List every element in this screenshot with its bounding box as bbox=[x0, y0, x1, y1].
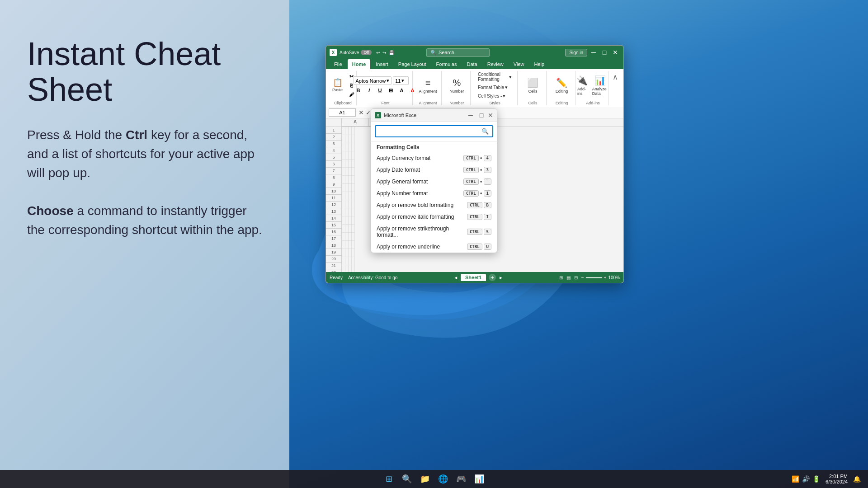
cell-B6[interactable] bbox=[345, 168, 349, 176]
row-number-16[interactable]: 16 bbox=[326, 229, 342, 235]
cell-D12[interactable] bbox=[352, 216, 355, 225]
next-sheet-button[interactable]: ► bbox=[499, 275, 503, 280]
cell-A11[interactable] bbox=[342, 208, 345, 216]
row-number-20[interactable]: 20 bbox=[326, 256, 342, 263]
shortcut-item-1[interactable]: Apply Date formatCTRL•3 bbox=[371, 164, 497, 176]
row-number-8[interactable]: 8 bbox=[326, 174, 342, 181]
taskbar-store-button[interactable]: 🎮 bbox=[454, 472, 468, 486]
cell-D11[interactable] bbox=[352, 208, 355, 216]
font-name-dropdown[interactable]: Aptos Narrow ▾ bbox=[354, 76, 392, 85]
row-number-1[interactable]: 1 bbox=[326, 127, 342, 134]
cell-D3[interactable] bbox=[352, 143, 355, 151]
cell-C7[interactable] bbox=[349, 176, 352, 184]
cells-button[interactable]: ⬜ Cells bbox=[525, 76, 541, 95]
cell-B10[interactable] bbox=[345, 200, 349, 208]
cell-C13[interactable] bbox=[349, 225, 352, 233]
cell-D14[interactable] bbox=[352, 233, 355, 241]
row-number-6[interactable]: 6 bbox=[326, 161, 342, 168]
view-layout-icon[interactable]: ▤ bbox=[566, 275, 571, 280]
cell-A2[interactable] bbox=[342, 135, 345, 143]
popup-search-input[interactable] bbox=[379, 128, 479, 135]
row-number-9[interactable]: 9 bbox=[326, 181, 342, 188]
tab-view[interactable]: View bbox=[509, 59, 529, 69]
network-icon[interactable]: 📶 bbox=[792, 475, 799, 483]
cell-B15[interactable] bbox=[345, 241, 349, 249]
cell-B1[interactable] bbox=[345, 127, 349, 135]
cell-D10[interactable] bbox=[352, 200, 355, 208]
popup-close-button[interactable]: ✕ bbox=[488, 111, 493, 120]
shortcut-item-2[interactable]: Apply General formatCTRL•` bbox=[371, 176, 497, 188]
cell-A18[interactable] bbox=[342, 265, 345, 272]
cell-D15[interactable] bbox=[352, 241, 355, 249]
close-button[interactable]: ✕ bbox=[611, 48, 620, 57]
row-number-22[interactable]: 22 bbox=[326, 269, 342, 272]
cell-B17[interactable] bbox=[345, 257, 349, 265]
tab-insert[interactable]: Insert bbox=[371, 59, 393, 69]
fill-color-button[interactable]: A bbox=[397, 86, 407, 94]
cell-D5[interactable] bbox=[352, 160, 355, 168]
cell-A4[interactable] bbox=[342, 151, 345, 160]
row-number-12[interactable]: 12 bbox=[326, 202, 342, 208]
editing-button[interactable]: ✏️ Editing bbox=[553, 76, 571, 95]
row-number-18[interactable]: 18 bbox=[326, 242, 342, 249]
cell-A8[interactable] bbox=[342, 184, 345, 192]
cell-C9[interactable] bbox=[349, 192, 352, 200]
cell-D6[interactable] bbox=[352, 168, 355, 176]
titlebar-search[interactable]: 🔍 Search bbox=[426, 48, 490, 57]
analyze-data-button[interactable]: 📊 Analyze Data bbox=[590, 74, 611, 97]
formula-cancel-icon[interactable]: ✕ bbox=[359, 109, 364, 116]
cell-C14[interactable] bbox=[349, 233, 352, 241]
row-number-17[interactable]: 17 bbox=[326, 235, 342, 242]
cell-C12[interactable] bbox=[349, 216, 352, 225]
zoom-slider[interactable]: ━━━━━━ bbox=[586, 275, 602, 280]
undo-icon[interactable]: ↩ bbox=[376, 50, 380, 55]
row-number-13[interactable]: 13 bbox=[326, 208, 342, 215]
shortcut-item-5[interactable]: Apply or remove italic formattingCTRLI bbox=[371, 211, 497, 223]
cell-D7[interactable] bbox=[352, 176, 355, 184]
cell-C6[interactable] bbox=[349, 168, 352, 176]
cell-D2[interactable] bbox=[352, 135, 355, 143]
cell-C16[interactable] bbox=[349, 249, 352, 257]
cell-C10[interactable] bbox=[349, 200, 352, 208]
shortcut-item-6[interactable]: Apply or remove strikethrough formatt...… bbox=[371, 223, 497, 241]
cell-A15[interactable] bbox=[342, 241, 345, 249]
cell-A12[interactable] bbox=[342, 216, 345, 225]
popup-maximize-button[interactable]: □ bbox=[477, 111, 486, 120]
cell-A16[interactable] bbox=[342, 249, 345, 257]
cell-A6[interactable] bbox=[342, 168, 345, 176]
shortcut-item-3[interactable]: Apply Number formatCTRL•1 bbox=[371, 188, 497, 199]
tab-help[interactable]: Help bbox=[529, 59, 549, 69]
row-number-14[interactable]: 14 bbox=[326, 215, 342, 222]
cell-B3[interactable] bbox=[345, 143, 349, 151]
alignment-button[interactable]: ≡ Alignment bbox=[416, 76, 439, 95]
paste-button[interactable]: 📋 Paste bbox=[330, 77, 345, 94]
cell-D13[interactable] bbox=[352, 225, 355, 233]
cell-C3[interactable] bbox=[349, 143, 352, 151]
view-page-break-icon[interactable]: ⊟ bbox=[574, 275, 578, 280]
cell-C5[interactable] bbox=[349, 160, 352, 168]
cell-A7[interactable] bbox=[342, 176, 345, 184]
row-number-10[interactable]: 10 bbox=[326, 188, 342, 195]
cell-reference-input[interactable] bbox=[329, 108, 356, 117]
border-button[interactable]: ⊞ bbox=[386, 86, 396, 94]
cell-A17[interactable] bbox=[342, 257, 345, 265]
save-icon[interactable]: 💾 bbox=[389, 50, 394, 55]
volume-icon[interactable]: 🔊 bbox=[802, 475, 810, 483]
number-button[interactable]: % Number bbox=[447, 76, 466, 95]
row-number-5[interactable]: 5 bbox=[326, 154, 342, 161]
taskbar-clock[interactable]: 2:01 PM 6/30/2024 bbox=[826, 474, 848, 484]
taskbar-search-button[interactable]: 🔍 bbox=[400, 472, 414, 486]
cell-C18[interactable] bbox=[349, 265, 352, 272]
row-number-4[interactable]: 4 bbox=[326, 147, 342, 154]
tab-page-layout[interactable]: Page Layout bbox=[394, 59, 431, 69]
shortcut-item-4[interactable]: Apply or remove bold formattingCTRLB bbox=[371, 199, 497, 211]
cell-D18[interactable] bbox=[352, 265, 355, 272]
cell-B5[interactable] bbox=[345, 160, 349, 168]
row-number-11[interactable]: 11 bbox=[326, 195, 342, 202]
conditional-formatting-button[interactable]: Conditional Formatting ▾ bbox=[476, 71, 514, 83]
tab-formulas[interactable]: Formulas bbox=[432, 59, 462, 69]
cell-C1[interactable] bbox=[349, 127, 352, 135]
taskbar-excel-button[interactable]: 📊 bbox=[472, 472, 486, 486]
minimize-button[interactable]: ─ bbox=[589, 48, 598, 57]
taskbar-start-button[interactable]: ⊞ bbox=[382, 472, 396, 486]
